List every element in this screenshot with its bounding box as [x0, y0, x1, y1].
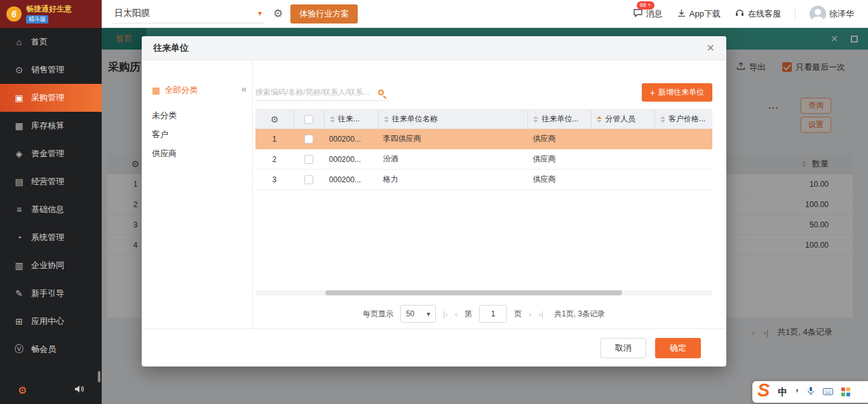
inventory-icon: ▦ — [14, 121, 24, 131]
category-item-supplier[interactable]: 供应商 — [142, 144, 252, 163]
funds-icon: ◈ — [14, 149, 24, 159]
category-item-unclassified[interactable]: 未分类 — [142, 106, 252, 125]
trial-solution-button[interactable]: 体验行业方案 — [290, 4, 358, 24]
pagination-summary: 共1页, 3条记录 — [554, 309, 605, 320]
search-row: + 新增往来单位 — [255, 83, 712, 102]
column-label: 分管人员 — [605, 114, 635, 125]
column-header-staff[interactable]: 分管人员 — [591, 110, 654, 128]
chevron-down-icon: ▾ — [426, 310, 430, 318]
app-root: 6 畅捷通好生意 精斗版 日太阳膜 ▾ ⚙ 体验行业方案 99 + 消息 App… — [0, 0, 868, 404]
sidebar-item-label: 经营管理 — [31, 176, 64, 187]
home-icon: ⌂ — [14, 37, 24, 47]
close-icon[interactable]: ✕ — [707, 42, 715, 54]
sort-icon — [533, 116, 538, 123]
sidebar-item-funds[interactable]: ◈资金管理 — [0, 140, 102, 168]
category-all[interactable]: ▦ 全部分类 « — [142, 84, 252, 96]
app-download-button[interactable]: App下载 — [677, 8, 721, 20]
prev-page-icon[interactable]: ‹ — [455, 309, 458, 319]
category-item-customer[interactable]: 客户 — [142, 125, 252, 144]
app-logo: 6 畅捷通好生意 精斗版 — [0, 0, 102, 28]
partner-row-selected[interactable]: 1 000200... 李四供应商 供应商 — [255, 129, 712, 149]
sidebar-item-purchase[interactable]: ▣采购管理 — [0, 84, 102, 112]
search-icon[interactable] — [378, 90, 384, 95]
column-header-name[interactable]: 往来单位名称 — [378, 110, 528, 128]
row-type: 供应商 — [527, 129, 591, 149]
sidebar-item-inventory[interactable]: ▦库存核算 — [0, 112, 102, 140]
sidebar-item-baseinfo[interactable]: ≡基础信息 — [0, 196, 102, 224]
sidebar-item-label: 基础信息 — [31, 204, 64, 215]
settings-gear-icon[interactable]: ⚙ — [273, 7, 283, 20]
company-select[interactable]: 日太阳膜 ▾ — [112, 4, 264, 24]
sidebar-item-operation[interactable]: ▤经营管理 — [0, 168, 102, 196]
column-label: 往来单位名称 — [392, 114, 438, 125]
sidebar-item-label: 库存核算 — [31, 120, 64, 131]
logo-icon: 6 — [6, 6, 22, 22]
purchase-icon: ▣ — [14, 93, 24, 103]
row-checkbox[interactable] — [304, 135, 313, 144]
select-all-checkbox[interactable] — [304, 115, 313, 124]
column-header-code[interactable]: 往来... — [324, 110, 378, 128]
guide-icon: ✎ — [14, 288, 24, 299]
first-page-icon[interactable]: |‹ — [443, 309, 448, 319]
modal-main: + 新增往来单位 ⚙ 往来... 往来单位名称 往来单位... 分管人员 客户价… — [253, 60, 726, 328]
row-code: 000200... — [324, 170, 378, 189]
sidebar-item-label: 畅会员 — [31, 344, 56, 355]
search-input[interactable] — [255, 88, 374, 97]
user-menu[interactable]: 徐泽华 — [810, 6, 854, 22]
ime-punctuation-icon[interactable]: ’ — [796, 387, 798, 398]
sidebar-item-label: 系统管理 — [31, 232, 64, 243]
sort-icon — [384, 116, 389, 123]
partner-row[interactable]: 2 000200... 汾酒 供应商 — [255, 149, 712, 170]
sidebar-item-guide[interactable]: ✎新手引导 — [0, 279, 102, 307]
ime-toolbar: S 中 ’ — [752, 381, 868, 403]
company-select-value: 日太阳膜 — [114, 8, 150, 19]
sidebar-gear-icon[interactable]: ⚙ — [18, 384, 27, 396]
online-service-label: 在线客服 — [748, 8, 781, 20]
add-partner-button[interactable]: + 新增往来单位 — [642, 83, 712, 102]
category-list: 未分类 客户 供应商 — [142, 106, 252, 163]
keyboard-icon[interactable] — [823, 387, 833, 397]
sidebar-item-label: 销售管理 — [31, 64, 64, 76]
operation-icon: ▤ — [14, 177, 24, 187]
sidebar-item-collab[interactable]: ▥企业协同 — [0, 252, 102, 279]
sidebar: ⌂首页 ⊙销售管理 ▣采购管理 ▦库存核算 ◈资金管理 ▤经营管理 ≡基础信息 … — [0, 28, 102, 404]
row-checkbox[interactable] — [304, 155, 313, 164]
column-header-type[interactable]: 往来单位... — [527, 110, 591, 128]
sidebar-item-label: 企业协同 — [31, 260, 64, 271]
last-page-icon[interactable]: ›| — [538, 309, 543, 319]
sidebar-item-system[interactable]: ◔系统管理 — [0, 224, 102, 252]
cancel-button[interactable]: 取消 — [600, 338, 646, 358]
collab-icon: ▥ — [14, 260, 24, 271]
speaker-icon[interactable] — [74, 385, 84, 395]
column-settings-gear-icon[interactable]: ⚙ — [271, 114, 279, 125]
sogou-logo-icon[interactable]: S — [757, 381, 770, 399]
sidebar-item-appcenter[interactable]: ⊞应用中心 — [0, 307, 102, 335]
online-service-button[interactable]: 在线客服 — [735, 8, 781, 20]
sidebar-scrollbar-thumb[interactable] — [98, 371, 100, 382]
sidebar-item-sales[interactable]: ⊙销售管理 — [0, 56, 102, 84]
row-checkbox[interactable] — [304, 175, 313, 184]
collapse-panel-icon[interactable]: « — [241, 83, 247, 94]
row-price — [654, 149, 712, 169]
messages-button[interactable]: 99 + 消息 — [633, 8, 663, 20]
ime-lang-indicator[interactable]: 中 — [778, 386, 787, 398]
horizontal-scrollbar-thumb[interactable] — [325, 290, 622, 295]
next-page-icon[interactable]: › — [529, 309, 531, 319]
sidebar-item-member[interactable]: Ⓥ畅会员 — [0, 335, 102, 363]
sidebar-item-home[interactable]: ⌂首页 — [0, 28, 102, 56]
per-page-select[interactable]: 50 ▾ — [400, 305, 436, 323]
ime-toolbox-icon[interactable] — [841, 387, 850, 396]
logo-title: 畅捷通好生意 — [26, 4, 72, 13]
sort-icon — [330, 116, 335, 123]
mic-icon[interactable] — [807, 386, 815, 398]
row-price — [654, 129, 712, 149]
confirm-button[interactable]: 确定 — [655, 338, 701, 358]
column-header-price[interactable]: 客户价格... — [654, 110, 712, 128]
page-number-input[interactable] — [479, 305, 507, 323]
row-index: 1 — [255, 129, 294, 149]
search-box — [255, 84, 388, 101]
topbar-right: 99 + 消息 App下载 在线客服 徐泽华 — [633, 6, 868, 22]
partner-row[interactable]: 3 000200... 格力 供应商 — [255, 170, 712, 190]
add-partner-label: 新增往来单位 — [658, 87, 704, 98]
sort-icon-active — [597, 116, 602, 123]
